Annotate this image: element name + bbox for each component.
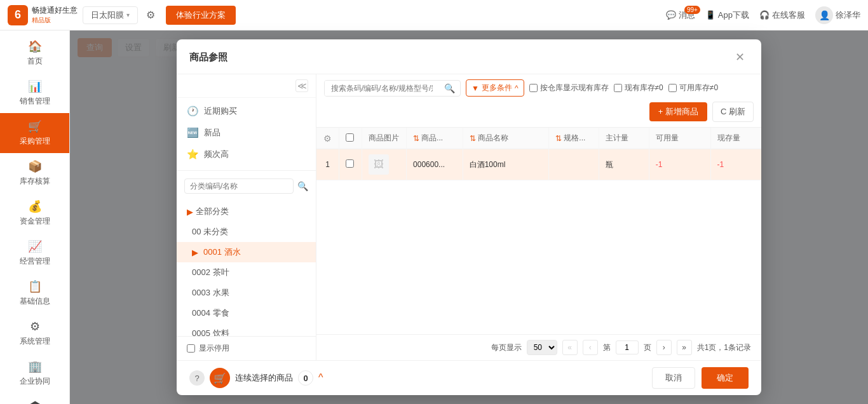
checkbox-available[interactable] xyxy=(668,84,677,92)
confirm-btn[interactable]: 确定 xyxy=(702,367,749,389)
checkbox-stock[interactable] xyxy=(614,84,622,92)
td-checkbox[interactable] xyxy=(339,149,362,180)
cat-0002[interactable]: 0002 茶叶 xyxy=(177,262,316,283)
cat-0001[interactable]: ▶ 0001 酒水 xyxy=(177,242,316,262)
star-icon: ⭐ xyxy=(187,149,199,160)
toolbar: 🔍 ▼ 更多条件 ^ 按仓库显示现有库存 xyxy=(316,74,761,128)
quick-nav-new[interactable]: 🆕 新品 xyxy=(177,122,316,144)
cat-0001-arrow: ▶ xyxy=(192,248,198,257)
app-download-item[interactable]: 📱 App下载 xyxy=(705,10,749,21)
cat-all[interactable]: ▶ 全部分类 xyxy=(177,201,316,222)
show-disabled-checkbox[interactable] xyxy=(187,344,195,353)
sidebar-label-operation: 经营管理 xyxy=(20,256,50,267)
sort-spec-icon: ⇅ xyxy=(555,134,562,143)
search-input[interactable] xyxy=(325,81,439,96)
quick-nav-frequent[interactable]: ⭐ 频次高 xyxy=(177,144,316,165)
sidebar-label-purchase: 采购管理 xyxy=(20,136,50,147)
dialog-close-button[interactable]: ✕ xyxy=(731,48,749,66)
td-unit: 瓶 xyxy=(599,149,649,180)
cat-0003[interactable]: 0003 水果 xyxy=(177,283,316,303)
th-settings[interactable]: ⚙ xyxy=(316,128,339,149)
sidebar-item-purchase[interactable]: 🛒 采购管理 xyxy=(0,113,69,153)
sidebar-label-collab: 企业协同 xyxy=(20,376,50,387)
last-page-btn[interactable]: » xyxy=(677,340,692,355)
app-icon: 📱 xyxy=(705,10,715,20)
filter-btn[interactable]: ▼ 更多条件 ^ xyxy=(466,79,524,97)
logo-icon: 6 xyxy=(8,5,28,25)
help-btn[interactable]: ? xyxy=(189,370,205,386)
per-page-select[interactable]: 50 xyxy=(527,340,557,355)
table-header-row: ⚙ 商品图片 xyxy=(316,128,761,149)
service-item[interactable]: 🎧 在线客服 xyxy=(759,10,805,21)
modal-overlay: 商品参照 ✕ ≪ 🕐 近期购买 xyxy=(70,30,868,404)
sidebar-item-operation[interactable]: 📈 经营管理 xyxy=(0,233,69,273)
cancel-btn[interactable]: 取消 xyxy=(652,367,695,389)
first-page-btn[interactable]: « xyxy=(562,340,578,355)
pagination-bar: 每页显示 50 « ‹ 第 页 › » 共1页，1条记录 xyxy=(316,334,761,360)
message-badge: 99+ xyxy=(684,6,700,14)
left-panel-top: ≪ xyxy=(177,74,316,98)
category-search-btn[interactable]: 🔍 xyxy=(297,181,308,191)
td-name: 白酒100ml xyxy=(463,149,549,180)
checkbox-warehouse[interactable] xyxy=(529,84,538,92)
checkbox-warehouse-label[interactable]: 按仓库显示现有库存 xyxy=(529,83,609,93)
row-checkbox[interactable] xyxy=(346,159,354,168)
logo-area: 6 畅捷通好生意 精品版 xyxy=(8,5,78,25)
checkbox-available-label[interactable]: 可用库存≠0 xyxy=(668,83,718,93)
cat-00[interactable]: 00 未分类 xyxy=(177,222,316,242)
cart-count: 0 xyxy=(298,370,313,386)
th-stock: 现存量 xyxy=(710,128,761,149)
content-area: 查询 设置 刷新 商品参照 ✕ ≪ xyxy=(70,30,868,404)
quick-nav-recent[interactable]: 🕐 近期购买 xyxy=(177,100,316,122)
category-search-input[interactable] xyxy=(184,178,294,194)
th-spec[interactable]: ⇅ 规格... xyxy=(549,128,599,149)
filter-label: 更多条件 xyxy=(482,83,512,93)
quick-nav: 🕐 近期购买 🆕 新品 ⭐ 频次高 xyxy=(177,98,316,168)
quick-nav-frequent-label: 频次高 xyxy=(204,149,229,160)
table-row[interactable]: 1 🖼 000600... 白酒100ml xyxy=(316,149,761,180)
message-item[interactable]: 💬 消息 99+ xyxy=(666,10,695,21)
settings-icon[interactable]: ⚙ xyxy=(140,5,161,25)
sidebar-item-guide[interactable]: 🎓 新手引导 xyxy=(0,393,69,404)
collapse-footer-btn[interactable]: ^ xyxy=(318,372,323,384)
sidebar-item-basic[interactable]: 📋 基础信息 xyxy=(0,273,69,313)
sales-icon: 📊 xyxy=(28,79,42,93)
th-code[interactable]: ⇅ 商品... xyxy=(407,128,463,149)
filter-icon: ▼ xyxy=(471,84,479,93)
sidebar-item-collab[interactable]: 🏢 企业协同 xyxy=(0,353,69,393)
refresh-btn[interactable]: C 刷新 xyxy=(712,102,754,122)
sidebar-item-system[interactable]: ⚙ 系统管理 xyxy=(0,313,69,353)
checkbox-stock-label[interactable]: 现有库存≠0 xyxy=(614,83,663,93)
th-unit: 主计量 xyxy=(599,128,649,149)
page-label: 第 xyxy=(603,342,611,353)
product-table-container: ⚙ 商品图片 xyxy=(316,128,761,334)
select-all-checkbox[interactable] xyxy=(346,133,354,142)
product-reference-dialog: 商品参照 ✕ ≪ 🕐 近期购买 xyxy=(177,39,761,395)
next-page-btn[interactable]: › xyxy=(656,340,672,355)
th-available: 可用量 xyxy=(649,128,710,149)
cart-btn[interactable]: 🛒 xyxy=(210,368,230,388)
store-dropdown[interactable]: 日太阳膜 ▾ xyxy=(83,6,138,24)
divider xyxy=(177,170,316,171)
cat-0004[interactable]: 0004 零食 xyxy=(177,303,316,323)
sidebar-item-home[interactable]: 🏠 首页 xyxy=(0,33,69,73)
sort-icon: ⇅ xyxy=(413,134,419,143)
search-submit-btn[interactable]: 🔍 xyxy=(439,81,460,96)
sidebar-item-finance[interactable]: 💰 资金管理 xyxy=(0,193,69,233)
td-spec xyxy=(549,149,599,180)
sidebar-item-inventory[interactable]: 📦 库存核算 xyxy=(0,153,69,193)
th-name[interactable]: ⇅ 商品名称 xyxy=(463,128,549,149)
prev-page-btn[interactable]: ‹ xyxy=(583,340,598,355)
inventory-icon: 📦 xyxy=(28,159,42,173)
cat-0003-label: 0003 水果 xyxy=(192,287,229,299)
experience-btn[interactable]: 体验行业方案 xyxy=(166,6,236,25)
td-code: 000600... xyxy=(407,149,463,180)
user-item[interactable]: 👤 徐泽华 xyxy=(815,6,860,24)
cat-0005[interactable]: 0005 饮料 xyxy=(177,323,316,336)
page-input[interactable] xyxy=(616,340,639,354)
collapse-left-btn[interactable]: ≪ xyxy=(295,79,308,92)
th-checkbox[interactable] xyxy=(339,128,362,149)
sidebar-label-finance: 资金管理 xyxy=(20,216,50,227)
add-product-btn[interactable]: + 新增商品 xyxy=(649,102,707,121)
sidebar-item-sales[interactable]: 📊 销售管理 xyxy=(0,73,69,113)
